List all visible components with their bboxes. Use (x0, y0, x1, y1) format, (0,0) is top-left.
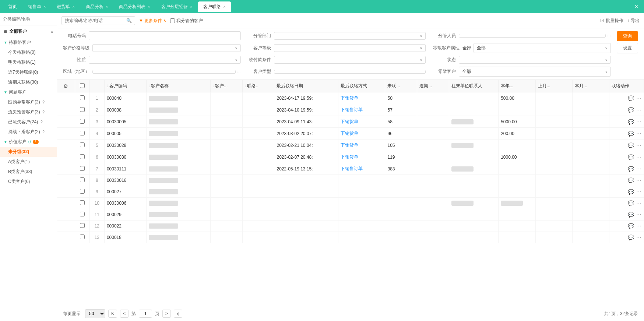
filter-manager-select[interactable] (459, 34, 606, 38)
contact-action-icon[interactable]: 💬 (628, 166, 634, 172)
more-action-icon[interactable]: ⋯ (636, 234, 641, 240)
last-page-btn[interactable]: ›| (174, 310, 182, 318)
filter-region-select[interactable] (92, 70, 236, 74)
export-btn[interactable]: ↑ 导出 (627, 18, 640, 24)
contact-action-icon[interactable]: 💬 (628, 142, 634, 148)
select-all-checkbox[interactable] (80, 83, 85, 88)
more-action-icon[interactable]: ⋯ (636, 223, 641, 229)
row-checkbox[interactable] (80, 200, 85, 205)
th-gear[interactable]: ⚙ (57, 80, 75, 92)
more-action-icon[interactable]: ⋯ (636, 142, 641, 148)
filter-phone-input[interactable] (89, 31, 241, 40)
row-checkbox[interactable] (80, 119, 85, 124)
tab-product-analysis[interactable]: 商品分析 × (81, 1, 113, 12)
manager-more-icon[interactable]: ··· (607, 33, 611, 38)
td-checkbox[interactable] (75, 128, 89, 140)
row-checkbox[interactable] (80, 95, 85, 100)
td-checkbox[interactable] (75, 116, 89, 128)
td-checkbox[interactable] (75, 175, 89, 186)
sidebar-item-today[interactable]: 今天待联络(0) (0, 47, 57, 57)
row-checkbox[interactable] (80, 154, 85, 159)
window-close-button[interactable]: × (632, 3, 641, 10)
search-icon[interactable]: 🔍 (126, 18, 132, 23)
sidebar-item-class-a[interactable]: A类客户(1) (0, 157, 57, 167)
row-checkbox[interactable] (80, 189, 85, 194)
filter-retail-attr-select[interactable]: 全部 ∨ (474, 43, 611, 53)
td-checkbox[interactable] (75, 221, 89, 232)
td-checkbox[interactable] (75, 232, 89, 243)
row-checkbox[interactable] (80, 234, 85, 239)
sidebar-item-class-c[interactable]: C类客户(6) (0, 177, 57, 187)
contact-action-icon[interactable]: 💬 (628, 95, 634, 101)
contact-type-link[interactable]: 下销售订单 (341, 166, 363, 171)
search-input[interactable] (65, 18, 126, 23)
contact-action-icon[interactable]: 💬 (628, 177, 634, 183)
contact-type-link[interactable]: 下销货单 (341, 154, 358, 159)
contact-type-link[interactable]: 下销货单 (341, 142, 358, 148)
all-customers-header[interactable]: ⊞ 全部客户 « (0, 25, 57, 38)
td-checkbox[interactable] (75, 104, 89, 116)
contact-action-icon[interactable]: 💬 (628, 189, 634, 195)
contact-type-link[interactable]: 下销货单 (341, 119, 358, 124)
filter-retail-select[interactable]: 全部 ∨ (459, 67, 611, 77)
refresh-icon[interactable]: ↺ (28, 140, 32, 145)
reset-button[interactable]: 设置 (617, 43, 638, 53)
row-checkbox[interactable] (80, 107, 85, 112)
row-checkbox[interactable] (80, 131, 85, 135)
td-checkbox[interactable] (75, 186, 89, 198)
region-more-icon[interactable]: ··· (237, 69, 241, 74)
first-page-btn[interactable]: K (108, 310, 117, 318)
tab-close-sales[interactable]: × (43, 4, 46, 9)
more-action-icon[interactable]: ⋯ (636, 107, 641, 113)
filter-dept-select[interactable]: ∨ (274, 32, 426, 40)
row-checkbox[interactable] (80, 177, 85, 182)
tab-customer-contact[interactable]: 客户联络 × (198, 1, 230, 12)
td-checkbox[interactable] (75, 209, 89, 221)
tab-home[interactable]: 首页 (3, 1, 22, 12)
sidebar-item-7days[interactable]: 近7天待联络(0) (0, 67, 57, 77)
sidebar-item-churned[interactable]: 已流失客户(24) ? (0, 117, 57, 127)
more-action-icon[interactable]: ⋯ (636, 95, 641, 101)
contact-action-icon[interactable]: 💬 (628, 234, 634, 240)
sidebar-item-overdue[interactable]: 逾期未联络(30) (0, 77, 57, 87)
sidebar-item-ungrouped[interactable]: 未分组(32) (0, 147, 57, 157)
sidebar-item-churn-warning[interactable]: 流失预警客户(3) ? (0, 107, 57, 117)
contact-action-icon[interactable]: 💬 (628, 131, 634, 137)
more-action-icon[interactable]: ⋯ (636, 119, 641, 125)
tab-close-customer-contact[interactable]: × (223, 4, 225, 9)
row-checkbox[interactable] (80, 142, 85, 147)
tab-close-customer-segment[interactable]: × (190, 4, 192, 9)
td-checkbox[interactable] (75, 140, 89, 151)
page-size-select[interactable]: 50 100 (85, 309, 105, 318)
more-action-icon[interactable]: ⋯ (636, 212, 641, 218)
sidebar-item-hoarding-abnormal[interactable]: 囤购异常客户(2) ? (0, 97, 57, 107)
more-action-icon[interactable]: ⋯ (636, 154, 641, 160)
current-page-input[interactable] (139, 310, 152, 318)
sidebar-item-tomorrow[interactable]: 明天待联络(1) (0, 57, 57, 67)
filter-customer-type-select[interactable] (274, 70, 426, 74)
td-checkbox[interactable] (75, 198, 89, 209)
td-checkbox[interactable] (75, 92, 89, 104)
more-action-icon[interactable]: ⋯ (636, 177, 641, 183)
td-checkbox[interactable] (75, 163, 89, 175)
contact-action-icon[interactable]: 💬 (628, 107, 634, 113)
my-customers-checkbox[interactable]: 我分管的客户 (170, 18, 203, 24)
next-page-btn[interactable]: > (162, 310, 171, 318)
search-box[interactable]: 🔍 (61, 16, 135, 25)
section-value-customers[interactable]: ▼ 价值客户 ↺ ! (0, 137, 57, 147)
filter-nature-select[interactable]: ∨ (89, 56, 241, 64)
row-checkbox[interactable] (80, 212, 85, 216)
contact-action-icon[interactable]: 💬 (628, 223, 634, 229)
tab-customer-segment[interactable]: 客户分层经营 × (156, 1, 197, 12)
filter-customer-level-select[interactable]: ∨ (274, 44, 426, 52)
more-action-icon[interactable]: ⋯ (636, 131, 641, 137)
section-pending-contact[interactable]: ▼ 待联络客户 (0, 38, 57, 47)
my-customers-check[interactable] (170, 18, 175, 23)
collapse-icon[interactable]: « (50, 29, 53, 34)
row-checkbox[interactable] (80, 223, 85, 228)
tab-sales[interactable]: 销售单 × (23, 1, 51, 12)
sidebar-item-class-b[interactable]: B类客户(33) (0, 167, 57, 177)
contact-action-icon[interactable]: 💬 (628, 200, 634, 206)
filter-price-level-select[interactable]: ∨ (92, 44, 241, 52)
contact-action-icon[interactable]: 💬 (628, 119, 634, 125)
